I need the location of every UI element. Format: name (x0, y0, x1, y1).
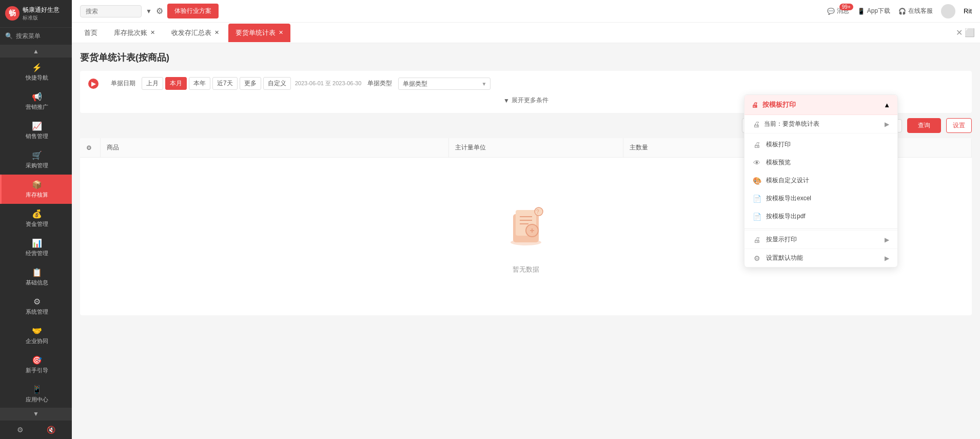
industry-btn[interactable]: 体验行业方案 (167, 4, 219, 18)
scroll-up-btn[interactable]: ▲ (0, 45, 72, 58)
app-download-action[interactable]: 📱 App下载 (857, 7, 890, 15)
page-content: 要货单统计表(按商品) ▶ 单据日期 上月 本月 本年 近7天 更多 自定义 2… (72, 43, 980, 439)
date-btn-last-7-days[interactable]: 近7天 (212, 77, 238, 90)
dropdown-divider (744, 228, 897, 229)
type-select[interactable]: 单据类型 (398, 78, 491, 90)
search-icon: 🔍 (5, 32, 13, 40)
tabs-bar: 首页 库存批次账 ✕ 收发存汇总表 ✕ 要货单统计表 ✕ ✕ ⬜ (72, 23, 980, 43)
template-pdf-icon: 📄 (753, 213, 761, 221)
appstore-icon: 📱 (32, 385, 42, 394)
display-print-arrow-icon: ▶ (885, 236, 889, 243)
expand-icon: ▶ (88, 79, 99, 89)
sidebar-footer: ⚙ 🔇 (0, 420, 72, 439)
sidebar-search-btn[interactable]: 🔍 搜索菜单 (0, 28, 72, 45)
sound-footer-icon[interactable]: 🔇 (47, 426, 55, 434)
template-design-icon: 🎨 (753, 177, 761, 185)
dropdown-item-template-excel[interactable]: 📄 按模板导出excel (744, 189, 897, 207)
tab-close-order-stats[interactable]: ✕ (279, 29, 283, 36)
dropdown-set-default[interactable]: ⚙ 设置默认功能 ▶ (744, 249, 897, 267)
dropdown-item-template-preview[interactable]: 👁 模板预览 (744, 154, 897, 171)
header-dropdown-btn[interactable]: ▼ (146, 8, 152, 15)
dropdown-item-template-pdf[interactable]: 📄 按模板导出pdf (744, 207, 897, 225)
expand-more-icon: ▼ (503, 97, 509, 104)
sidebar-item-sales[interactable]: 📈 销售管理 (0, 116, 72, 145)
top-header: ▼ ⚙ 体验行业方案 💬 消息 99+ 📱 App下载 🎧 在线客服 Rit (72, 0, 980, 23)
date-btn-more[interactable]: 更多 (240, 77, 261, 90)
window-maximize-icon[interactable]: ⬜ (965, 28, 975, 37)
quick-nav-icon: ⚡ (32, 63, 42, 72)
template-preview-icon: 👁 (753, 159, 761, 167)
sidebar-item-system[interactable]: ⚙ 系统管理 (0, 292, 72, 321)
dropdown-item-template-design[interactable]: 🎨 模板自定义设计 (744, 171, 897, 189)
current-icon: 🖨 (753, 120, 760, 128)
dropdown-collapse-icon[interactable]: ▲ (884, 101, 890, 109)
sidebar-item-operations[interactable]: 📊 经营管理 (0, 233, 72, 262)
print-dropdown: 🖨 按模板打印 ▲ 🖨 当前：要货单统计表 ▶ 🖨 模板打印 👁 (744, 94, 898, 268)
tab-home[interactable]: 首页 (77, 24, 105, 42)
sidebar-item-marketing[interactable]: 📢 营销推广 (0, 87, 72, 116)
template-print-icon: 🖨 (753, 141, 761, 149)
tab-batch-account[interactable]: 库存批次账 ✕ (107, 24, 162, 42)
tab-close-receipt-summary[interactable]: ✕ (214, 29, 219, 36)
date-btn-this-month[interactable]: 本月 (165, 77, 187, 90)
dropdown-items: 🖨 模板打印 👁 模板预览 🎨 模板自定义设计 📄 按模板导出excel 📄 (744, 133, 897, 227)
basic-info-icon: 📋 (32, 268, 42, 277)
filter-row-date: ▶ 单据日期 上月 本月 本年 近7天 更多 自定义 2023-06-01 至 … (88, 77, 964, 90)
header-left: ▼ ⚙ 体验行业方案 (80, 4, 219, 18)
settings-btn[interactable]: 设置 (946, 118, 972, 133)
empty-icon: ? (500, 199, 552, 260)
page-title: 要货单统计表(按商品) (80, 51, 972, 64)
settings-icon: ⚙ (86, 144, 92, 151)
window-close-icon[interactable]: ✕ (956, 28, 963, 37)
main-area: ▼ ⚙ 体验行业方案 💬 消息 99+ 📱 App下载 🎧 在线客服 Rit (72, 0, 980, 439)
guide-icon: 🎯 (32, 355, 42, 365)
finance-icon: 💰 (32, 209, 42, 219)
empty-text: 暂无数据 (513, 265, 539, 274)
query-btn[interactable]: 查询 (907, 118, 941, 133)
tab-window-controls: ✕ ⬜ (956, 28, 975, 37)
sidebar-item-enterprise[interactable]: 🤝 企业协同 (0, 321, 72, 350)
expand-more-btn[interactable]: ▼ 展开更多条件 (498, 94, 554, 107)
sidebar-item-basic-info[interactable]: 📋 基础信息 (0, 262, 72, 292)
display-print-left: 🖨 按显示打印 (753, 235, 797, 244)
dropdown-header[interactable]: 🖨 按模板打印 ▲ (744, 95, 897, 115)
purchase-icon: 🛒 (32, 150, 42, 160)
th-settings[interactable]: ⚙ (80, 138, 101, 157)
settings-footer-icon[interactable]: ⚙ (17, 426, 24, 434)
date-btn-this-year[interactable]: 本年 (189, 77, 210, 90)
user-avatar[interactable] (941, 4, 955, 18)
sidebar-item-purchase[interactable]: 🛒 采购管理 (0, 145, 72, 175)
sidebar-item-guide[interactable]: 🎯 新手引导 (0, 350, 72, 379)
date-options: 上月 本月 本年 近7天 更多 自定义 2023-06-01 至 2023-06… (142, 77, 361, 90)
message-action[interactable]: 💬 消息 99+ (827, 7, 849, 15)
tab-receipt-summary[interactable]: 收发存汇总表 ✕ (164, 24, 226, 42)
message-icon: 💬 (827, 8, 835, 15)
marketing-icon: 📢 (32, 92, 42, 102)
message-badge: 99+ (839, 4, 853, 10)
logo-icon: 畅 (5, 6, 19, 21)
dropdown-current[interactable]: 🖨 当前：要货单统计表 ▶ (744, 115, 897, 133)
sidebar-item-quick-nav[interactable]: ⚡ 快捷导航 (0, 58, 72, 87)
sidebar-item-appstore[interactable]: 📱 应用中心 (0, 379, 72, 408)
tab-order-stats[interactable]: 要货单统计表 ✕ (228, 24, 290, 42)
set-default-arrow-icon: ▶ (885, 255, 889, 262)
header-gear-btn[interactable]: ⚙ (156, 6, 163, 16)
dropdown-item-template-print[interactable]: 🖨 模板打印 (744, 136, 897, 154)
sidebar-item-finance[interactable]: 💰 资金管理 (0, 204, 72, 233)
date-btn-last-month[interactable]: 上月 (142, 77, 163, 90)
service-action[interactable]: 🎧 在线客服 (898, 7, 933, 15)
dropdown-display-print[interactable]: 🖨 按显示打印 ▶ (744, 230, 897, 249)
header-search-input[interactable] (80, 5, 142, 17)
scroll-down-btn[interactable]: ▼ (0, 408, 72, 420)
sidebar-item-inventory[interactable]: 📦 库存核算 (0, 175, 72, 204)
header-right: 💬 消息 99+ 📱 App下载 🎧 在线客服 Rit (827, 4, 972, 18)
operations-icon: 📊 (32, 238, 42, 248)
sidebar-logo: 畅 畅康通好生意 标准版 (0, 0, 72, 28)
date-range-label: 2023-06-01 至 2023-06-30 (295, 80, 362, 87)
logo-text: 畅康通好生意 标准版 (23, 6, 60, 21)
set-default-icon: ⚙ (753, 254, 761, 262)
tab-close-batch-account[interactable]: ✕ (150, 29, 155, 36)
filter-expand-btn[interactable]: ▶ (88, 79, 102, 89)
date-btn-custom[interactable]: 自定义 (263, 77, 291, 90)
th-product: 商品 (101, 138, 449, 157)
